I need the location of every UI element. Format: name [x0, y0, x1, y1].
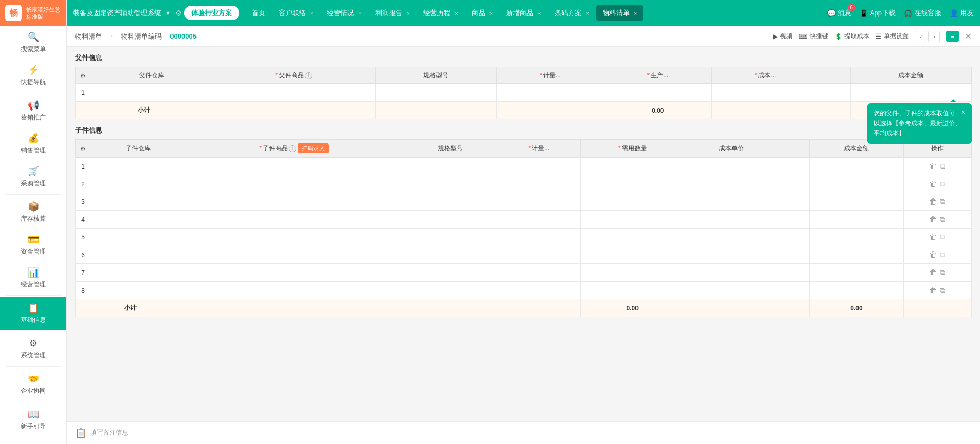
child-subtotal-amount: 0.00 — [810, 299, 903, 317]
child-col-settings[interactable]: ⚙ — [76, 140, 91, 158]
sidebar-item-1[interactable]: ⚡快捷导航 — [0, 59, 66, 92]
parent-row-1: 1 — [76, 84, 972, 102]
message-btn[interactable]: 💬 消息 6 — [827, 8, 851, 18]
topbar-nav-close-1[interactable]: × — [310, 10, 313, 16]
parent-col-amount: 成本金额 — [850, 67, 971, 84]
sub-topbar-actions: ▶ 视频 ⌨ 快捷键 💲 提取成本 ☰ 单据设置 ‹ › ≡ ✕ — [773, 31, 972, 42]
delete-icon-2[interactable]: 🗑 — [929, 197, 937, 206]
child-product-info-icon[interactable]: i — [289, 145, 296, 152]
settings-icon[interactable]: ⚙ — [175, 9, 182, 17]
experience-btn[interactable]: 体验行业方案 — [184, 6, 239, 20]
topbar-nav-item-4[interactable]: 经营历程× — [417, 5, 464, 21]
sidebar-item-11[interactable]: 📖新手引导 — [0, 403, 66, 436]
breadcrumb-1[interactable]: 物料清单 — [75, 32, 102, 41]
copy-icon-6[interactable]: ⧉ — [940, 268, 945, 277]
delete-icon-4[interactable]: 🗑 — [929, 233, 937, 242]
delete-icon-0[interactable]: 🗑 — [929, 162, 937, 171]
sidebar-item-7[interactable]: 📊经营管理 — [0, 261, 66, 294]
topbar-nav-item-3[interactable]: 利润报告× — [369, 5, 416, 21]
sidebar-item-9[interactable]: ⚙系统管理 — [0, 332, 66, 365]
child-row-4: 4 🗑 ⧉ — [76, 211, 972, 229]
sidebar-item-8[interactable]: 📋基础信息 — [0, 297, 66, 330]
child-section: 子件信息 ⚙ 子件仓库 *子件商品i 扫码录入 规格型号 *计量... *需用数… — [75, 126, 972, 317]
topbar-nav-item-2[interactable]: 经营情况× — [321, 5, 368, 21]
delete-icon-3[interactable]: 🗑 — [929, 215, 937, 224]
child-col-measure: *计量... — [497, 140, 581, 158]
delete-icon-6[interactable]: 🗑 — [929, 268, 937, 277]
parent-col-settings[interactable]: ⚙ — [76, 67, 91, 84]
doc-settings-btn[interactable]: ☰ 单据设置 — [876, 32, 909, 41]
delete-icon-5[interactable]: 🗑 — [929, 250, 937, 259]
shortcut-btn[interactable]: ⌨ 快捷键 — [799, 32, 828, 41]
topbar-nav-item-7[interactable]: 条码方案× — [548, 5, 595, 21]
child-row-7: 7 🗑 ⧉ — [76, 264, 972, 282]
topbar-nav-close-6[interactable]: × — [537, 10, 541, 16]
online-service-btn[interactable]: 🎧 在线客服 — [904, 8, 941, 18]
child-section-title: 子件信息 — [75, 126, 972, 135]
topbar-nav-item-5[interactable]: 商品× — [466, 5, 499, 21]
content-area: × 您的父件、子件的成本取值可以选择【参考成本、最新进价、平均成本】 父件信息 … — [67, 47, 980, 421]
breadcrumb-2: 物料清单编码 — [121, 32, 162, 41]
topbar-nav-item-0[interactable]: 首页 — [246, 5, 272, 21]
topbar-nav-close-8[interactable]: × — [634, 10, 637, 16]
sidebar-item-6[interactable]: 💳资金管理 — [0, 229, 66, 261]
child-col-product: *子件商品i 扫码录入 — [185, 140, 403, 158]
nav-next-btn[interactable]: › — [928, 31, 940, 42]
copy-icon-0[interactable]: ⧉ — [940, 162, 945, 171]
delete-icon-1[interactable]: 🗑 — [929, 179, 937, 188]
copy-icon-3[interactable]: ⧉ — [940, 215, 945, 224]
topbar-right: 💬 消息 6 📱 App下载 🎧 在线客服 👤 用友 — [827, 8, 974, 18]
child-subtotal-label: 小计 — [76, 299, 185, 317]
child-col-warehouse: 子件仓库 — [91, 140, 185, 158]
cost-tooltip: × 您的父件、子件的成本取值可以选择【参考成本、最新进价、平均成本】 — [867, 103, 972, 144]
extract-cost-btn[interactable]: 💲 提取成本 — [835, 32, 869, 41]
parent-section-title: 父件信息 — [75, 53, 972, 63]
topbar-nav-close-7[interactable]: × — [586, 10, 589, 16]
topbar-nav-item-1[interactable]: 客户联络× — [273, 5, 320, 21]
user-btn[interactable]: 👤 用友 — [950, 8, 974, 18]
sidebar-item-5[interactable]: 📦库存核算 — [0, 196, 66, 229]
parent-subtotal-qty: 0.00 — [604, 102, 712, 119]
copy-icon-1[interactable]: ⧉ — [940, 179, 945, 188]
close-tab-btn[interactable]: ✕ — [965, 31, 972, 41]
tooltip-close-btn[interactable]: × — [961, 109, 965, 116]
sidebar-item-2[interactable]: 📢营销推广 — [0, 94, 66, 127]
sidebar-item-3[interactable]: 💰销售管理 — [0, 127, 66, 160]
sidebar-item-0[interactable]: 🔍搜索菜单 — [0, 26, 66, 59]
nav-prev-btn[interactable]: ‹ — [915, 31, 926, 42]
topbar-nav-close-4[interactable]: × — [455, 10, 458, 16]
sidebar: 畅 畅康谱好生意 标准版 🔍搜索菜单⚡快捷导航📢营销推广💰销售管理🛒采购管理📦库… — [0, 0, 67, 444]
doc-number: 0000005 — [170, 32, 197, 40]
view-video-btn[interactable]: ▶ 视频 — [773, 32, 792, 41]
system-title: 装备及固定资产辅助管理系统 ▼ ⚙ — [73, 8, 182, 18]
list-view-btn[interactable]: ≡ — [946, 31, 959, 42]
logo-text: 畅康谱好生意 标准版 — [26, 6, 60, 21]
delete-icon-7[interactable]: 🗑 — [929, 286, 937, 295]
main-area: 装备及固定资产辅助管理系统 ▼ ⚙ 体验行业方案 首页客户联络×经营情况×利润报… — [67, 0, 980, 444]
copy-icon-5[interactable]: ⧉ — [940, 250, 945, 259]
parent-section: 父件信息 ⚙ 父件仓库 *父件商品i 规格型号 *计量... *生产... *成… — [75, 53, 972, 119]
topbar-nav-item-6[interactable]: 新增商品× — [500, 5, 547, 21]
parent-col-sort — [819, 67, 850, 84]
topbar-nav-close-2[interactable]: × — [358, 10, 361, 16]
parent-product-info-icon[interactable]: i — [305, 72, 312, 79]
child-row-5: 5 🗑 ⧉ — [76, 229, 972, 246]
bottom-text: 填写备注信息 — [91, 428, 128, 437]
topbar-nav-close-3[interactable]: × — [407, 10, 410, 16]
parent-subtotal-label: 小计 — [76, 102, 212, 119]
copy-icon-7[interactable]: ⧉ — [940, 286, 945, 295]
child-col-sort — [778, 140, 810, 158]
topbar-left: 装备及固定资产辅助管理系统 ▼ ⚙ 体验行业方案 首页客户联络×经营情况×利润报… — [73, 5, 643, 21]
app-download-btn[interactable]: 📱 App下载 — [860, 8, 896, 18]
topbar-nav-item-8[interactable]: 物料清单× — [596, 5, 643, 21]
child-row-2: 2 🗑 ⧉ — [76, 175, 972, 193]
child-col-spec: 规格型号 — [403, 140, 497, 158]
copy-icon-4[interactable]: ⧉ — [940, 233, 945, 242]
sidebar-item-4[interactable]: 🛒采购管理 — [0, 160, 66, 193]
scan-btn[interactable]: 扫码录入 — [298, 143, 329, 153]
copy-icon-2[interactable]: ⧉ — [940, 197, 945, 206]
sidebar-item-10[interactable]: 🤝企业协同 — [0, 368, 66, 401]
topbar-nav-close-5[interactable]: × — [489, 10, 493, 16]
sidebar-logo: 畅 畅康谱好生意 标准版 — [0, 0, 66, 26]
sidebar-menu: 🔍搜索菜单⚡快捷导航📢营销推广💰销售管理🛒采购管理📦库存核算💳资金管理📊经营管理… — [0, 26, 66, 444]
